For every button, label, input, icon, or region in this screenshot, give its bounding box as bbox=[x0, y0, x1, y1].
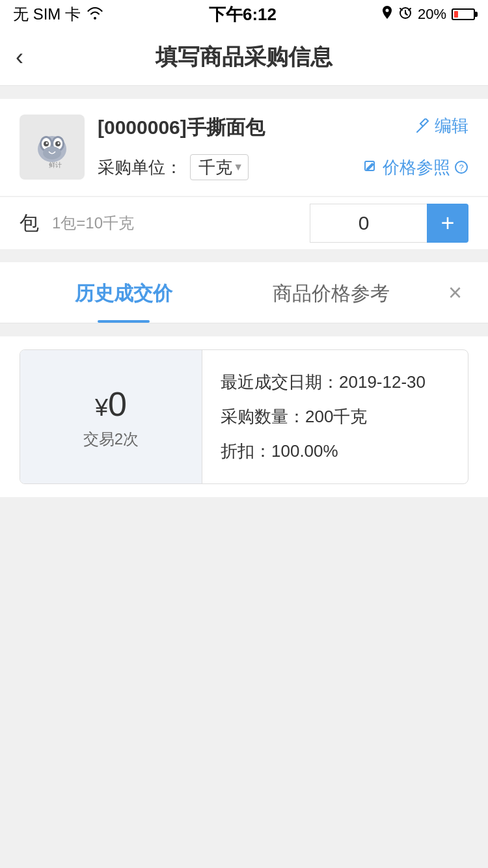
quantity-input-wrapper: + bbox=[310, 204, 468, 243]
tab-reference-label: 商品价格参考 bbox=[273, 282, 390, 304]
price-value: 0 bbox=[108, 385, 127, 423]
svg-point-9 bbox=[46, 142, 48, 144]
alarm-icon bbox=[398, 5, 413, 23]
tab-history-label: 历史成交价 bbox=[75, 282, 172, 304]
discount-value: 100.00% bbox=[271, 441, 338, 461]
edit-icon bbox=[415, 118, 431, 134]
purchase-quantity-row: 采购数量：200千克 bbox=[221, 404, 450, 429]
product-card: 鲜计 [0000006]手撕面包 采购单位： 千克 价格参照 bbox=[0, 99, 488, 196]
tab-history[interactable]: 历史成交价 bbox=[20, 262, 227, 323]
tab-bar: 历史成交价 商品价格参考 × bbox=[0, 262, 488, 323]
plus-button[interactable]: + bbox=[427, 204, 468, 243]
price-right: 最近成交日期：2019-12-30 采购数量：200千克 折扣：100.00% bbox=[202, 350, 468, 483]
unit-select[interactable]: 千克 bbox=[190, 154, 249, 180]
battery-percent: 20% bbox=[418, 6, 446, 23]
discount-label: 折扣： bbox=[221, 441, 271, 461]
pack-unit-label: 包 bbox=[20, 210, 39, 237]
price-amount: ¥0 bbox=[95, 385, 127, 424]
quantity-input[interactable] bbox=[310, 204, 427, 243]
pack-unit-sub-label: 1包=10千克 bbox=[52, 213, 134, 234]
recent-date-label: 最近成交日期： bbox=[221, 372, 339, 392]
svg-text:?: ? bbox=[459, 163, 464, 172]
product-image-icon: 鲜计 bbox=[29, 124, 75, 170]
tab-reference[interactable]: 商品价格参考 bbox=[227, 262, 435, 323]
back-button[interactable]: ‹ bbox=[16, 44, 23, 71]
unit-label-text: 采购单位： bbox=[98, 156, 182, 179]
status-right: 20% bbox=[381, 5, 475, 23]
main-content: 鲜计 [0000006]手撕面包 采购单位： 千克 价格参照 bbox=[0, 99, 488, 554]
price-ref-label: 价格参照 bbox=[383, 156, 450, 179]
product-thumbnail: 鲜计 bbox=[20, 115, 85, 180]
svg-point-11 bbox=[43, 146, 61, 159]
discount-row: 折扣：100.00% bbox=[221, 439, 450, 464]
trade-count: 交易2次 bbox=[83, 429, 139, 450]
currency-symbol: ¥ bbox=[95, 394, 108, 421]
product-name: [0000006]手撕面包 bbox=[98, 115, 468, 141]
recent-date-value: 2019-12-30 bbox=[339, 372, 426, 392]
svg-point-0 bbox=[385, 9, 388, 12]
status-time: 下午6:12 bbox=[209, 3, 277, 26]
unit-select-wrapper[interactable]: 千克 bbox=[190, 154, 249, 180]
page-title: 填写商品采购信息 bbox=[156, 42, 332, 72]
price-ref-button[interactable]: 价格参照 ? bbox=[363, 156, 468, 179]
product-unit-row: 采购单位： 千克 价格参照 ? bbox=[98, 154, 468, 180]
svg-text:鲜计: 鲜计 bbox=[49, 161, 62, 169]
edit-label: 编辑 bbox=[435, 115, 468, 137]
location-icon bbox=[381, 5, 393, 23]
edit-small-icon bbox=[363, 159, 379, 175]
wifi-icon bbox=[86, 5, 104, 23]
price-section: ¥0 交易2次 最近成交日期：2019-12-30 采购数量：200千克 折扣：… bbox=[0, 336, 488, 497]
status-left: 无 SIM 卡 bbox=[13, 4, 104, 25]
price-card: ¥0 交易2次 最近成交日期：2019-12-30 采购数量：200千克 折扣：… bbox=[20, 349, 468, 484]
battery-icon bbox=[452, 8, 475, 20]
question-icon: ? bbox=[454, 160, 468, 174]
quantity-row: 包 1包=10千克 + bbox=[0, 197, 488, 249]
nav-bar: ‹ 填写商品采购信息 bbox=[0, 29, 488, 86]
svg-point-10 bbox=[58, 142, 60, 144]
purchase-quantity-value: 200千克 bbox=[305, 407, 367, 426]
close-button[interactable]: × bbox=[442, 273, 468, 313]
carrier-text: 无 SIM 卡 bbox=[13, 4, 81, 25]
purchase-quantity-label: 采购数量： bbox=[221, 407, 305, 426]
status-bar: 无 SIM 卡 下午6:12 20% bbox=[0, 0, 488, 29]
product-info: [0000006]手撕面包 采购单位： 千克 价格参照 ? bbox=[98, 115, 468, 180]
edit-button[interactable]: 编辑 bbox=[415, 115, 468, 137]
price-left: ¥0 交易2次 bbox=[20, 350, 202, 483]
recent-date-row: 最近成交日期：2019-12-30 bbox=[221, 370, 450, 395]
